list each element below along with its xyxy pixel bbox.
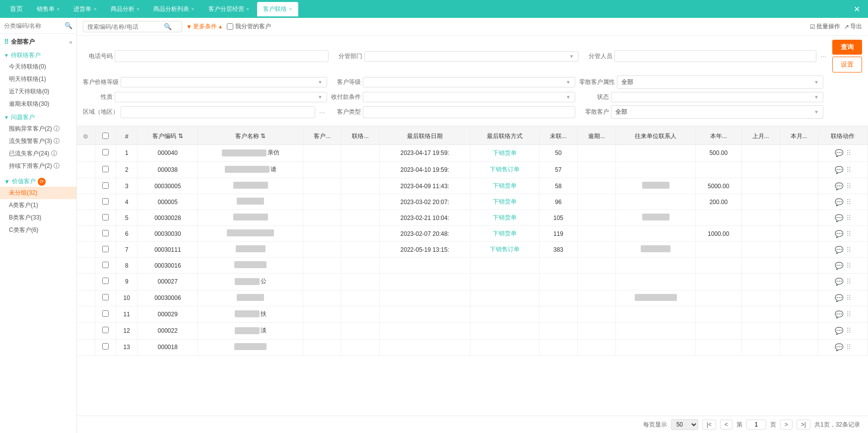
more-icon-9[interactable]: ⠿	[846, 294, 851, 302]
row-checkbox-4[interactable]	[102, 214, 109, 220]
nav-tab-analysis[interactable]: 商品分析 ×	[105, 2, 145, 16]
row-checkbox-7[interactable]	[102, 262, 109, 268]
row-checkbox-3[interactable]	[102, 198, 109, 205]
contact-icon-2[interactable]: 💬	[835, 182, 843, 190]
sidebar-item-class-b[interactable]: B类客户(33)	[0, 212, 76, 224]
contact-method-link-0[interactable]: 下销货单	[493, 149, 517, 156]
close-customer-contact-tab[interactable]: ×	[289, 6, 292, 12]
nav-tab-customer-seg[interactable]: 客户分层经营 ×	[202, 2, 255, 16]
th-last-contact-date[interactable]: 最后联络日期	[380, 128, 470, 145]
nav-tab-sales[interactable]: 销售单 ×	[31, 2, 66, 16]
more-icon-12[interactable]: ⠿	[846, 343, 851, 351]
contact-icon-5[interactable]: 💬	[835, 230, 843, 238]
dept-select[interactable]: ▼	[364, 51, 578, 62]
more-conditions-button[interactable]: ▼ 更多条件 ▲	[186, 22, 223, 31]
reset-button[interactable]: 设置	[832, 57, 862, 72]
more-icon-4[interactable]: ⠿	[846, 214, 851, 222]
page-input[interactable]	[746, 420, 766, 430]
td-checkbox-9[interactable]	[95, 290, 116, 306]
more-icon-7[interactable]: ⠿	[846, 262, 851, 270]
region-dots[interactable]: ···	[317, 108, 327, 116]
search-icon[interactable]: 🔍	[164, 23, 172, 30]
close-purchase-tab[interactable]: ×	[93, 6, 96, 12]
td-checkbox-12[interactable]	[95, 339, 116, 355]
query-button[interactable]: 查询	[832, 40, 862, 55]
row-checkbox-1[interactable]	[102, 166, 109, 172]
row-checkbox-6[interactable]	[102, 246, 109, 252]
export-button[interactable]: ↗ 导出	[844, 22, 862, 31]
more-icon-10[interactable]: ⠿	[846, 310, 851, 318]
contact-icon-0[interactable]: 💬	[835, 149, 843, 157]
td-checkbox-2[interactable]	[95, 178, 116, 194]
more-icon-1[interactable]: ⠿	[846, 166, 851, 174]
contact-icon-12[interactable]: 💬	[835, 343, 843, 351]
contact-method-link-6[interactable]: 下销售订单	[490, 246, 520, 253]
more-icon-6[interactable]: ⠿	[846, 246, 851, 254]
payment-select[interactable]: ▼	[363, 92, 575, 102]
sidebar-item-lost[interactable]: 已流失客户(24) ⓘ	[0, 147, 76, 160]
row-checkbox-11[interactable]	[102, 327, 109, 333]
sidebar-item-overdue[interactable]: 逾期未联络(30)	[0, 98, 76, 110]
row-checkbox-8[interactable]	[102, 278, 109, 284]
sidebar-search-input[interactable]	[4, 22, 63, 29]
td-checkbox-5[interactable]	[95, 226, 116, 242]
row-checkbox-2[interactable]	[102, 182, 109, 189]
sidebar-item-ungroup[interactable]: 未分组(32)	[0, 187, 76, 199]
retail-cust-select[interactable]: 全部 ▼	[611, 105, 823, 119]
td-checkbox-6[interactable]	[95, 242, 116, 258]
manager-input[interactable]	[614, 50, 817, 62]
sidebar-item-class-c[interactable]: C类客户(6)	[0, 224, 76, 236]
more-icon-2[interactable]: ⠿	[846, 182, 851, 190]
price-level-select[interactable]: ▼	[121, 77, 327, 87]
sidebar-item-7days[interactable]: 近7天待联络(0)	[0, 85, 76, 98]
td-checkbox-8[interactable]	[95, 274, 116, 290]
td-checkbox-4[interactable]	[95, 210, 116, 226]
next-page-btn[interactable]: >	[780, 420, 793, 430]
more-icon-8[interactable]: ⠿	[846, 278, 851, 286]
contact-method-link-4[interactable]: 下销货单	[493, 214, 517, 221]
retail-attr-select[interactable]: 全部 ▼	[617, 75, 823, 89]
my-customers-checkbox[interactable]: 我分管的客户	[227, 22, 271, 31]
sidebar-all-customers[interactable]: ⠿ 全部客户 «	[0, 34, 76, 48]
sidebar-item-loss-warning[interactable]: 流失预警客户(3) ⓘ	[0, 135, 76, 147]
td-checkbox-11[interactable]	[95, 323, 116, 340]
nav-tab-analysis-list[interactable]: 商品分析列表 ×	[147, 2, 200, 16]
cust-level-select[interactable]: ▼	[363, 77, 575, 87]
td-checkbox-7[interactable]	[95, 258, 116, 274]
more-icon-5[interactable]: ⠿	[846, 230, 851, 238]
th-code[interactable]: 客户编码 ⇅	[137, 128, 198, 145]
manager-dots[interactable]: ···	[818, 52, 828, 60]
contact-method-link-3[interactable]: 下销货单	[493, 198, 517, 205]
prev-page-btn[interactable]: <	[720, 420, 733, 430]
contact-icon-7[interactable]: 💬	[835, 262, 843, 270]
sidebar-section-pending[interactable]: ▼ 待联络客户	[0, 48, 76, 61]
close-analysis-tab[interactable]: ×	[136, 6, 139, 12]
td-checkbox-0[interactable]	[95, 145, 116, 162]
close-sales-tab[interactable]: ×	[57, 6, 60, 12]
contact-icon-3[interactable]: 💬	[835, 198, 843, 206]
sidebar-item-declining[interactable]: 持续下滑客户(2) ⓘ	[0, 160, 76, 172]
contact-method-link-5[interactable]: 下销货单	[493, 230, 517, 237]
contact-icon-10[interactable]: 💬	[835, 310, 843, 318]
close-customer-seg-tab[interactable]: ×	[246, 6, 249, 12]
th-name[interactable]: 客户名称 ⇅	[198, 128, 303, 145]
th-checkbox[interactable]	[95, 128, 116, 145]
per-page-select[interactable]: 50 100 200	[671, 419, 698, 430]
sidebar-collapse-icon[interactable]: «	[69, 39, 72, 46]
more-icon-0[interactable]: ⠿	[846, 149, 851, 157]
sidebar-item-today[interactable]: 今天待联络(0)	[0, 61, 76, 73]
status-select[interactable]: ▼	[611, 92, 823, 102]
phone-input[interactable]	[115, 50, 329, 62]
more-icon-3[interactable]: ⠿	[846, 198, 851, 206]
td-checkbox-3[interactable]	[95, 194, 116, 210]
contact-icon-8[interactable]: 💬	[835, 278, 843, 286]
row-checkbox-5[interactable]	[102, 230, 109, 236]
contact-icon-9[interactable]: 💬	[835, 294, 843, 302]
contact-icon-4[interactable]: 💬	[835, 214, 843, 222]
td-checkbox-10[interactable]	[95, 306, 116, 323]
nav-tab-purchase[interactable]: 进货单 ×	[67, 2, 102, 16]
select-all-checkbox[interactable]	[102, 133, 109, 139]
sidebar-section-problem[interactable]: ▼ 问题客户	[0, 110, 76, 123]
th-settings[interactable]: ⚙	[77, 128, 95, 145]
contact-icon-6[interactable]: 💬	[835, 246, 843, 254]
